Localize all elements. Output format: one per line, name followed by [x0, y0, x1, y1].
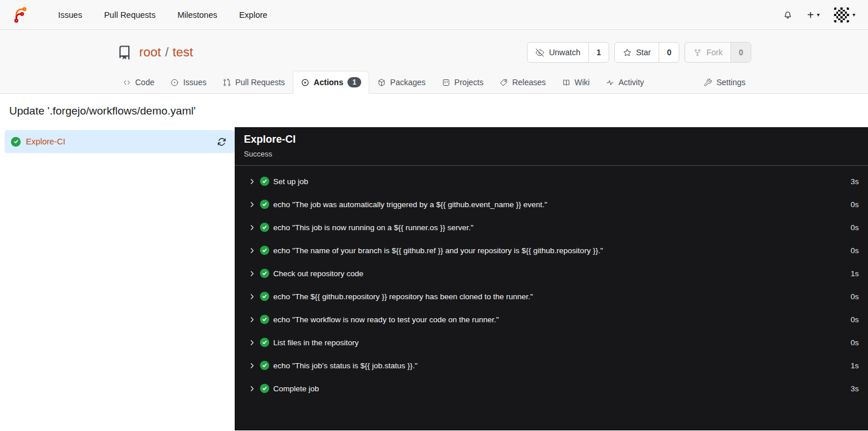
star-button[interactable]: Star 0 — [614, 42, 679, 63]
tab-activity[interactable]: Activity — [598, 71, 652, 93]
step-duration: 0s — [851, 292, 859, 301]
create-new-button[interactable]: + ▾ — [807, 9, 820, 21]
tab-issues[interactable]: Issues — [162, 71, 214, 93]
fork-label: Fork — [706, 48, 722, 57]
tab-pull-requests[interactable]: Pull Requests — [215, 71, 293, 93]
repository-icon — [117, 45, 132, 60]
nav-item-pull-requests[interactable]: Pull Requests — [93, 0, 166, 30]
pulse-icon — [606, 78, 614, 87]
step-row[interactable]: echo "The workflow is now ready to test … — [235, 308, 868, 331]
success-check-icon — [260, 223, 269, 232]
step-duration: 3s — [851, 384, 859, 393]
step-duration: 0s — [851, 223, 859, 232]
tab-wiki[interactable]: Wiki — [554, 71, 598, 93]
play-circle-icon — [301, 78, 309, 87]
chevron-right-icon — [248, 362, 256, 369]
repo-header: root / test Unwatch 1 — [0, 30, 868, 94]
nav-item-explore[interactable]: Explore — [228, 0, 278, 30]
watch-count[interactable]: 1 — [588, 43, 609, 62]
repo-title-row: root / test Unwatch 1 — [110, 41, 758, 63]
step-duration: 0s — [851, 315, 859, 324]
success-check-icon — [11, 137, 21, 147]
user-menu-button[interactable]: ▾ — [833, 7, 855, 23]
nav-item-issues[interactable]: Issues — [47, 0, 93, 30]
chevron-right-icon — [248, 316, 256, 323]
step-duration: 1s — [851, 361, 859, 370]
repo-separator: / — [165, 45, 169, 60]
tab-packages[interactable]: Packages — [369, 71, 433, 93]
tab-actions[interactable]: Actions 1 — [293, 71, 369, 94]
top-navbar: Issues Pull Requests Milestones Explore … — [0, 0, 868, 30]
tab-settings[interactable]: Settings — [695, 71, 754, 93]
repo-action-buttons: Unwatch 1 Star 0 — [527, 42, 751, 63]
step-duration: 0s — [851, 200, 859, 209]
package-icon — [377, 78, 386, 87]
star-count[interactable]: 0 — [659, 43, 679, 62]
step-row[interactable]: echo "The name of your branch is ${{ git… — [235, 239, 868, 262]
step-row[interactable]: echo "The job was automatically triggere… — [235, 193, 868, 216]
star-label: Star — [636, 48, 651, 57]
step-duration: 0s — [851, 338, 859, 347]
notifications-button[interactable] — [782, 9, 793, 20]
chevron-right-icon — [248, 339, 256, 346]
refresh-icon[interactable] — [217, 137, 227, 147]
project-board-icon — [442, 78, 450, 87]
step-row[interactable]: echo "This job's status is ${{ job.statu… — [235, 354, 868, 377]
tools-icon — [703, 78, 712, 87]
navbar-right: + ▾ ▾ — [782, 7, 855, 23]
success-check-icon — [260, 200, 269, 209]
star-icon — [623, 48, 632, 57]
chevron-right-icon — [248, 178, 256, 185]
chevron-right-icon — [248, 293, 256, 300]
success-check-icon — [260, 177, 269, 186]
issue-circle-icon — [170, 78, 179, 87]
success-check-icon — [260, 361, 269, 370]
tab-projects[interactable]: Projects — [434, 71, 492, 93]
sidebar-job-explore-ci[interactable]: Explore-CI — [5, 130, 235, 153]
book-open-icon — [562, 78, 571, 87]
avatar — [833, 7, 850, 23]
eye-slash-icon — [536, 48, 544, 57]
forgejo-logo-icon[interactable] — [13, 7, 29, 23]
fork-button: Fork 0 — [685, 42, 751, 63]
unwatch-label: Unwatch — [549, 48, 580, 57]
step-duration: 3s — [851, 177, 859, 186]
step-row[interactable]: echo "The ${{ github.repository }} repos… — [235, 285, 868, 308]
actions-run-page: Update '.forgejo/workflows/demo.yaml' Ex… — [0, 94, 868, 430]
plus-icon: + — [807, 9, 814, 21]
nav-item-milestones[interactable]: Milestones — [166, 0, 228, 30]
job-log-panel: Explore-CI Success Set up job 3s echo "T… — [235, 127, 868, 430]
step-duration: 0s — [851, 246, 859, 255]
chevron-right-icon — [248, 270, 256, 277]
step-row[interactable]: Check out repository code 1s — [235, 262, 868, 285]
success-check-icon — [260, 292, 269, 301]
chevron-right-icon — [248, 201, 256, 208]
step-duration: 1s — [851, 269, 859, 278]
success-check-icon — [260, 338, 269, 347]
tab-code[interactable]: Code — [114, 71, 162, 93]
code-icon — [123, 78, 131, 87]
step-row[interactable]: Set up job 3s — [235, 170, 868, 193]
step-row[interactable]: Complete job 3s — [235, 377, 868, 400]
success-check-icon — [260, 384, 269, 393]
tag-icon — [499, 78, 508, 87]
chevron-right-icon — [248, 385, 256, 392]
job-label: Explore-CI — [26, 137, 66, 146]
pull-request-icon — [223, 78, 231, 87]
fork-count: 0 — [731, 43, 751, 62]
repo-name-link[interactable]: test — [173, 45, 193, 60]
repo-owner-link[interactable]: root — [139, 45, 161, 60]
unwatch-button[interactable]: Unwatch 1 — [527, 42, 609, 63]
success-check-icon — [260, 315, 269, 324]
repo-tabs: Code Issues Pull Requests Actions — [110, 71, 758, 93]
chevron-down-icon: ▾ — [852, 12, 855, 18]
chevron-down-icon: ▾ — [817, 12, 820, 18]
step-row[interactable]: List files in the repository 0s — [235, 331, 868, 354]
chevron-right-icon — [248, 247, 256, 254]
tab-releases[interactable]: Releases — [491, 71, 553, 93]
step-row[interactable]: echo "This job is now running on a ${{ r… — [235, 216, 868, 239]
actions-count-badge: 1 — [347, 77, 362, 87]
job-status: Success — [244, 150, 859, 158]
success-check-icon — [260, 246, 269, 255]
job-log-header: Explore-CI Success — [235, 127, 868, 166]
